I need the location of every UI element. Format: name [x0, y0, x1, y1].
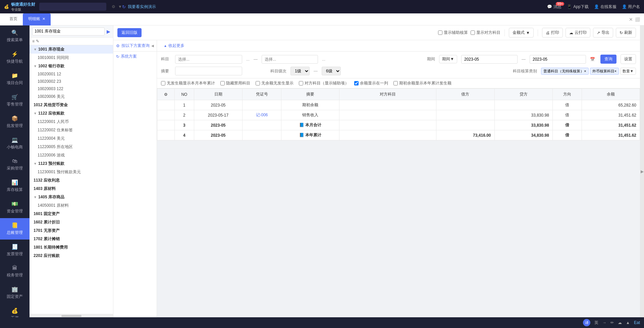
- query-btn[interactable]: 查询: [600, 55, 616, 64]
- query-settings-icon[interactable]: ⚙: [116, 44, 120, 48]
- tree-node-11230001[interactable]: 11230001 预付账款美元: [30, 168, 113, 176]
- option-show-counter[interactable]: 对方科目（显示辅助项）: [299, 80, 349, 86]
- sidebar-item-purchase[interactable]: 🛍 采购管理: [0, 154, 30, 175]
- period-end-input[interactable]: [530, 55, 586, 64]
- tree-node-1123[interactable]: ▼ 1123 预付账款: [30, 159, 113, 168]
- option-hide-disabled[interactable]: 隐藏禁用科目: [220, 80, 250, 86]
- back-old-version-btn[interactable]: 返回旧版: [117, 28, 142, 37]
- tree-node-14050001[interactable]: 14050001 原材料: [30, 201, 113, 210]
- voucher-link[interactable]: 记-006: [256, 113, 268, 117]
- tab-detail[interactable]: 明细账 ✕: [23, 13, 51, 25]
- sidebar-item-wholesale[interactable]: 📦 批发管理: [0, 111, 30, 133]
- option-show-period[interactable]: 期初余额显示本年累计发生额: [393, 80, 451, 86]
- status-translate-btn[interactable]: 译: [583, 319, 590, 326]
- no-balance-input[interactable]: [161, 81, 165, 85]
- status-eat-btn[interactable]: Eat: [634, 320, 640, 325]
- sidebar-item-salary[interactable]: 💰 工资: [0, 304, 30, 317]
- tab-home[interactable]: 首页: [4, 13, 23, 25]
- tree-node-10020002[interactable]: 10020002 23: [30, 78, 113, 85]
- tree-node-1403[interactable]: 1403 原材料: [30, 185, 113, 193]
- row-voucher[interactable]: 记-006: [243, 110, 281, 120]
- sidebar-item-general[interactable]: 📒 总账管理: [0, 218, 30, 240]
- message-btn[interactable]: 💬 消息 99+: [547, 4, 561, 10]
- tree-node-1701[interactable]: 1701 无形资产: [30, 226, 113, 235]
- tree-node-1702[interactable]: 1702 累计摊销: [30, 235, 113, 243]
- tree-scrollbar[interactable]: [30, 314, 113, 317]
- subject-end-input[interactable]: [262, 55, 318, 64]
- hide-disabled-input[interactable]: [220, 81, 225, 85]
- tree-node-1001[interactable]: ▼ 1001 库存现金: [30, 45, 113, 54]
- show-counter-opt-input[interactable]: [299, 81, 303, 85]
- tree-node-11220001[interactable]: 11220001 人民币: [30, 118, 113, 126]
- window-close-btn[interactable]: ✕: [629, 17, 633, 22]
- refresh-btn[interactable]: ↻ 刷新: [616, 28, 636, 38]
- show-counter-checkbox[interactable]: 显示对方科目: [471, 30, 500, 36]
- sidebar-item-assets[interactable]: 🏢 固定资产: [0, 282, 30, 304]
- class-tag-2[interactable]: 外币核算科目×: [590, 68, 619, 75]
- status-arrow-btn[interactable]: →: [602, 320, 606, 325]
- period-start-input[interactable]: [461, 55, 518, 64]
- no-zero-input[interactable]: [256, 81, 260, 85]
- option-no-zero[interactable]: 无余额无发生显示: [256, 80, 293, 86]
- sidebar-item-inventory[interactable]: 📊 库存核算: [0, 175, 30, 197]
- tree-node-1012[interactable]: 1012 其他货币资金: [30, 101, 113, 109]
- one-col-input[interactable]: [354, 81, 359, 85]
- sidebar-item-tax[interactable]: 🏛 税务管理: [0, 261, 30, 282]
- level-end-select[interactable]: 1级2级3级4级5级6级: [322, 67, 341, 75]
- demo-link[interactable]: 我要看实例演示: [128, 4, 156, 10]
- quantity-dropdown-btn[interactable]: 数量▼: [620, 68, 636, 75]
- tree-node-10010001[interactable]: 10010001 同同同: [30, 54, 113, 62]
- more-btn[interactable]: ▲ 收起更多: [161, 42, 187, 50]
- tree-node-1122[interactable]: ▼ 1122 应收账款: [30, 109, 113, 118]
- settings-icon[interactable]: ⚙: [112, 4, 115, 9]
- sidebar-item-project[interactable]: 📁 项目合同: [0, 68, 30, 90]
- settings-btn[interactable]: 设置: [621, 54, 636, 64]
- tree-node-10020006[interactable]: 10020006 美元: [30, 92, 113, 101]
- tree-node-10020001[interactable]: 10020001 12: [30, 70, 113, 78]
- user-info[interactable]: 👤 用户名: [622, 4, 640, 10]
- class-tag-1[interactable]: 普通科目（无特殊核算）×: [541, 68, 588, 75]
- online-service-btn[interactable]: 👤 在线客服: [594, 4, 616, 10]
- tree-node-1132[interactable]: 1132 应收利息: [30, 176, 113, 185]
- print-btn[interactable]: 🖨 打印: [542, 28, 563, 38]
- show-counter-input[interactable]: [471, 30, 475, 35]
- show-period-input[interactable]: [393, 81, 398, 85]
- summary-input[interactable]: [175, 67, 242, 75]
- tree-node-11220005[interactable]: 11220005 所在地区: [30, 143, 113, 151]
- sidebar-item-ecommerce[interactable]: 💻 小畅电商: [0, 133, 30, 154]
- sidebar-item-invoice[interactable]: 🧾 发票管理: [0, 240, 30, 261]
- sidebar-item-retail[interactable]: 🛒 零售管理: [0, 90, 30, 111]
- option-one-col[interactable]: 余额显示在一列: [354, 80, 388, 86]
- sidebar-item-quick[interactable]: ⚡ 快捷导航: [0, 47, 30, 68]
- col-header-settings[interactable]: ⚙: [157, 89, 175, 100]
- tree-node-1602[interactable]: 1602 累计折旧: [30, 218, 113, 226]
- tree-node-11220006[interactable]: 11220006 游戏: [30, 151, 113, 159]
- amount-format-btn[interactable]: 金额式 ▼: [509, 28, 534, 38]
- tree-node-11220002[interactable]: 11220002 住来标签: [30, 126, 113, 134]
- dropdown-icon[interactable]: ▼: [118, 4, 122, 9]
- option-no-balance[interactable]: 无发生额显示本月本年累计: [161, 80, 215, 86]
- period-type-btn[interactable]: 期间▼: [439, 55, 457, 63]
- tree-toolbar-btn2[interactable]: ✎: [36, 39, 39, 44]
- tree-node-10020003[interactable]: 10020003 122: [30, 85, 113, 92]
- app-download-btn[interactable]: 📱 App下载: [567, 4, 588, 10]
- query-scheme-item[interactable]: ↻ 系统方案: [113, 52, 157, 61]
- tree-node-1405[interactable]: ▼ 1405 库存商品: [30, 193, 113, 201]
- tree-node-1601[interactable]: 1601 固定资产: [30, 210, 113, 218]
- top-search-input[interactable]: [39, 3, 106, 11]
- show-aux-checkbox[interactable]: 显示辅助核算: [438, 30, 468, 36]
- status-cloud-btn[interactable]: ☁: [618, 320, 622, 325]
- export-btn[interactable]: ↗ 导出: [593, 28, 613, 38]
- account-nav-arrow[interactable]: ▶: [107, 29, 110, 34]
- right-collapse-handle[interactable]: ▶: [640, 25, 644, 317]
- level-start-select[interactable]: 1级2级3级4级5级6级: [290, 67, 310, 75]
- tree-node-11220004[interactable]: 11220004 美元: [30, 134, 113, 143]
- window-maximize-btn[interactable]: ⬜: [635, 17, 640, 22]
- status-upload-btn[interactable]: ▲: [626, 320, 630, 325]
- tree-node-1801[interactable]: 1801 长期待摊费用: [30, 243, 113, 252]
- sidebar-item-capital[interactable]: 💵 资金管理: [0, 197, 30, 218]
- status-edit-btn[interactable]: ✏: [610, 320, 614, 325]
- tree-toolbar-btn1[interactable]: ≡: [32, 39, 35, 44]
- status-lang-btn[interactable]: 英: [594, 320, 598, 326]
- tab-close-btn[interactable]: ✕: [42, 17, 45, 21]
